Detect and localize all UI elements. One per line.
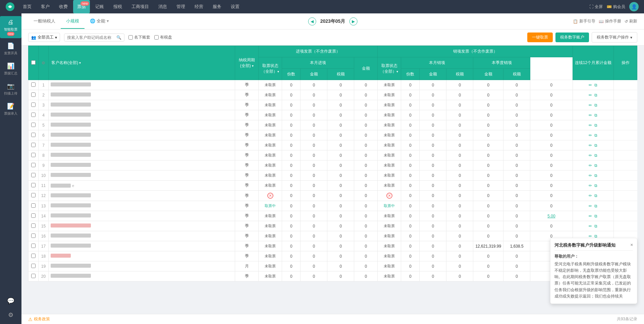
edit-icon[interactable]: ✏ [589, 123, 592, 128]
edit-icon[interactable]: ✏ [589, 93, 592, 98]
row-checkbox[interactable] [29, 211, 39, 221]
record-count: 共93条记录 [617, 316, 637, 322]
col-season-tax-header: 税额 [503, 69, 530, 80]
copy-icon[interactable]: ⧉ [594, 204, 597, 208]
row-checkbox[interactable] [29, 221, 39, 231]
digital-account-btn[interactable]: 税务数字账户 [555, 33, 589, 42]
notification-close-btn[interactable]: × [630, 242, 633, 248]
nav-manage[interactable]: 管理 [172, 0, 189, 13]
row-checkbox[interactable] [29, 241, 39, 251]
row-checkbox[interactable] [29, 271, 39, 281]
copy-icon[interactable]: ⧉ [594, 83, 597, 87]
copy-icon[interactable]: ⧉ [594, 143, 597, 148]
nav-invoice[interactable]: 票据 new [73, 0, 90, 13]
row-checkbox[interactable] [29, 150, 39, 160]
sidebar-item-invoice-summary[interactable]: 📊 票据汇总 [0, 60, 21, 78]
copy-icon[interactable]: ⧉ [594, 183, 597, 188]
row-checkbox[interactable] [29, 201, 39, 211]
fullscreen-btn[interactable]: ⛶ 全屏 [589, 4, 603, 10]
edit-icon[interactable]: ✏ [589, 113, 592, 118]
copy-icon[interactable]: ⧉ [594, 153, 597, 158]
edit-icon[interactable]: ✏ [589, 103, 592, 108]
copy-icon[interactable]: ⧉ [594, 173, 597, 178]
row-checkbox[interactable] [29, 140, 39, 150]
sidebar-item-invoice-open[interactable]: 📄 发票开具 [0, 40, 21, 58]
sidebar-item-invoice-entry[interactable]: 📝 票据录入 [0, 100, 21, 119]
row-income-total: 0 [354, 221, 378, 231]
copy-icon[interactable]: ⧉ [594, 113, 597, 118]
edit-icon[interactable]: ✏ [589, 183, 592, 188]
edit-icon[interactable]: ✏ [589, 83, 592, 87]
table-settings-icon[interactable]: ⚙ [42, 61, 45, 65]
sidebar-item-smart-invoice[interactable]: 🖨 智能取票 new [0, 16, 21, 38]
row-checkbox[interactable] [29, 100, 39, 110]
tax-disk-filter[interactable]: 有税盘 [154, 35, 172, 40]
employee-select[interactable]: 👥 全部员工 ▾ [28, 33, 60, 42]
col-sales-status-header: 取票状态（全部）▾ [378, 57, 401, 80]
row-checkbox[interactable] [29, 251, 39, 261]
nav-message[interactable]: 消息 [154, 0, 171, 13]
nav-accounting[interactable]: 记账 [91, 0, 108, 13]
row-checkbox[interactable] [29, 160, 39, 171]
edit-icon[interactable]: ✏ [589, 143, 592, 148]
row-checkbox[interactable] [29, 90, 39, 100]
row-checkbox[interactable] [29, 120, 39, 130]
row-checkbox[interactable] [29, 181, 39, 191]
edit-icon[interactable]: ✏ [589, 214, 592, 218]
copy-icon[interactable]: ⧉ [594, 224, 597, 229]
copy-icon[interactable]: ⧉ [594, 93, 597, 98]
edit-icon[interactable]: ✏ [589, 133, 592, 138]
row-consecutive: 0 [530, 191, 573, 201]
tab-omnibus[interactable]: 🌐 全能 ▾ [85, 14, 114, 29]
tab-small-scale[interactable]: 小规模 [61, 14, 85, 29]
row-checkbox[interactable] [29, 171, 39, 181]
yijian-invoice-btn[interactable]: 一键取票 [527, 33, 553, 42]
row-season-amount: 0 [473, 140, 503, 150]
edit-icon[interactable]: ✏ [589, 204, 592, 208]
member-btn[interactable]: 🎫 购会员 [607, 4, 625, 10]
new-guide-btn[interactable]: 📋 新手引导 [573, 18, 595, 24]
row-checkbox[interactable] [29, 110, 39, 120]
edit-icon[interactable]: ✏ [589, 153, 592, 158]
row-checkbox[interactable] [29, 191, 39, 201]
tax-policy-link[interactable]: ⚠ 税务政策 [28, 316, 50, 322]
nav-billing[interactable]: 收费 [55, 0, 72, 13]
sidebar-item-scan-upload[interactable]: 📷 扫描上传 [0, 80, 21, 99]
my-accounts-filter[interactable]: 名下账套 [128, 35, 150, 40]
edit-icon[interactable]: ✏ [589, 193, 592, 198]
manual-btn[interactable]: 📖 操作手册 [599, 18, 621, 24]
nav-business[interactable]: 工商项目 [127, 0, 153, 13]
select-all-checkbox[interactable] [31, 60, 36, 65]
date-prev-btn[interactable]: ◀ [308, 17, 316, 25]
copy-icon[interactable]: ⧉ [594, 214, 597, 218]
my-accounts-checkbox[interactable] [128, 35, 133, 40]
nav-service[interactable]: 服务 [209, 0, 225, 13]
customer-search-box[interactable]: 🔍 [64, 34, 124, 42]
nav-operations[interactable]: 经营 [191, 0, 207, 13]
tab-general-taxpayer[interactable]: 一般纳税人 [28, 14, 61, 29]
customer-search-input[interactable] [67, 35, 115, 40]
row-checkbox[interactable] [29, 130, 39, 140]
copy-icon[interactable]: ⧉ [594, 133, 597, 138]
copy-icon[interactable]: ⧉ [594, 163, 597, 168]
digital-account-ops-btn[interactable]: 税务数字账户操作 ▾ [592, 32, 637, 43]
sidebar-item-config[interactable]: ⚙ [0, 309, 21, 321]
refresh-btn[interactable]: ↺ 刷新 [625, 18, 637, 24]
nav-home[interactable]: 首页 [19, 0, 36, 13]
date-next-btn[interactable]: ▶ [349, 17, 357, 25]
row-checkbox[interactable] [29, 80, 39, 90]
row-checkbox[interactable] [29, 231, 39, 241]
copy-icon[interactable]: ⧉ [594, 123, 597, 128]
tax-disk-checkbox[interactable] [154, 35, 159, 40]
user-avatar[interactable]: 👤 [629, 2, 639, 11]
copy-icon[interactable]: ⧉ [594, 103, 597, 108]
edit-icon[interactable]: ✏ [589, 163, 592, 168]
nav-settings[interactable]: 设置 [227, 0, 244, 13]
edit-icon[interactable]: ✏ [589, 173, 592, 178]
sidebar-item-chat[interactable]: 💬 [0, 295, 21, 307]
nav-client[interactable]: 客户 [37, 0, 54, 13]
nav-tax[interactable]: 报税 [109, 0, 126, 13]
row-checkbox[interactable] [29, 261, 39, 271]
copy-icon[interactable]: ⧉ [594, 193, 597, 198]
edit-icon[interactable]: ✏ [589, 224, 592, 229]
